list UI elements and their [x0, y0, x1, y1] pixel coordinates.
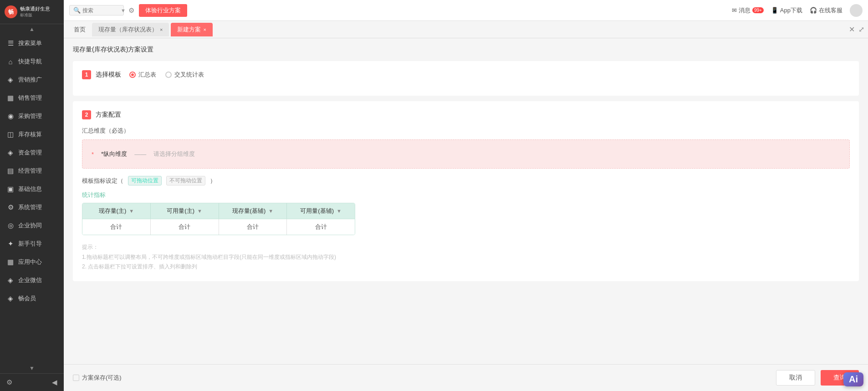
cell-0-0: 合计 — [82, 219, 151, 235]
stats-title: 统计指标 — [82, 191, 850, 199]
col-available-aux[interactable]: 可用量(基辅) ▼ — [287, 203, 355, 219]
trial-button[interactable]: 体验行业方案 — [139, 4, 187, 17]
indicator-setting: 模板指标设定（ 可拖动位置 不可拖动位置 ） — [82, 176, 850, 185]
save-option[interactable]: 方案保存(可选) — [73, 374, 122, 382]
col-available-aux-label: 可用量(基辅) — [300, 207, 334, 215]
sidebar-item-member[interactable]: ◈ 畅会员 — [0, 289, 64, 308]
inventory-icon: ◫ — [6, 130, 15, 139]
sidebar-item-sales[interactable]: ▦ 销售管理 — [0, 89, 64, 107]
section-config: 2 方案配置 汇总维度（必选） * *纵向维度 —— 请选择分组维度 模板指标设… — [73, 101, 859, 281]
dimension-box[interactable]: * *纵向维度 —— 请选择分组维度 — [82, 139, 850, 169]
save-checkbox[interactable] — [73, 375, 79, 381]
app-download-label: App下载 — [780, 6, 802, 15]
col-current-aux-label: 现存量(基辅) — [232, 207, 266, 215]
sidebar-item-label: 基础信息 — [18, 185, 42, 193]
col-current-main-label: 现存量(主) — [99, 207, 127, 215]
tabs-right-actions: ✕ ⤢ — [849, 25, 864, 34]
sidebar-item-wechat[interactable]: ◈ 企业微信 — [0, 271, 64, 289]
guide-icon: ✦ — [6, 240, 15, 248]
purchase-icon: ◉ — [6, 112, 15, 120]
col-available-aux-dropdown[interactable]: ▼ — [337, 208, 342, 214]
stats-table: 现存量(主) ▼ 可用量(主) ▼ 现存量(基辅) ▼ 可用量(基辅) ▼ — [82, 203, 355, 235]
col-current-aux[interactable]: 现存量(基辅) ▼ — [219, 203, 287, 219]
message-icon: ✉ — [732, 7, 737, 14]
section2-header: 2 方案配置 — [82, 110, 850, 119]
sidebar-item-marketing[interactable]: ◈ 营销推广 — [0, 71, 64, 89]
settings-icon[interactable]: ⚙ — [6, 378, 12, 386]
sidebar-item-new-guide[interactable]: ✦ 新手引导 — [0, 235, 64, 253]
tab-inventory-close[interactable]: × — [160, 27, 163, 32]
tab-close-all-button[interactable]: ✕ — [849, 25, 855, 34]
online-service-button[interactable]: 🎧 在线客服 — [810, 6, 842, 15]
dimension-separator: —— — [134, 151, 146, 158]
sidebar-scroll-down[interactable]: ▼ — [0, 363, 64, 373]
radio-summary-dot — [129, 72, 136, 78]
operations-icon: ▤ — [6, 167, 15, 175]
content-area: 现存量(库存状况表)方案设置 1 选择模板 汇总表 交叉统计表 — [64, 38, 868, 364]
finance-icon: ◈ — [6, 149, 15, 157]
col-available-main-label: 可用量(主) — [167, 207, 194, 215]
cooperation-icon: ◎ — [6, 221, 15, 230]
col-available-main-dropdown[interactable]: ▼ — [197, 208, 202, 214]
app-download-button[interactable]: 📱 App下载 — [771, 6, 802, 15]
search-box[interactable]: 🔍 ▼ — [69, 5, 124, 15]
sidebar-item-label: 经营管理 — [18, 167, 42, 175]
cell-0-2: 合计 — [219, 219, 287, 235]
template-options: 汇总表 交叉统计表 — [129, 71, 204, 79]
sidebar-item-cooperation[interactable]: ◎ 企业协同 — [0, 216, 64, 235]
sidebar-item-search-menu[interactable]: ☰ 搜索菜单 — [0, 34, 64, 52]
sidebar-item-finance[interactable]: ◈ 资金管理 — [0, 144, 64, 162]
col-current-aux-dropdown[interactable]: ▼ — [268, 208, 273, 214]
tab-home[interactable]: 首页 — [67, 23, 92, 36]
home-icon: ⌂ — [6, 58, 15, 66]
tab-new-plan-label: 新建方案 — [177, 26, 201, 34]
col-available-main[interactable]: 可用量(主) ▼ — [151, 203, 219, 219]
sidebar-item-basic-info[interactable]: ▣ 基础信息 — [0, 180, 64, 198]
tab-new-plan[interactable]: 新建方案 × — [171, 23, 212, 36]
sidebar-item-system[interactable]: ⚙ 系统管理 — [0, 198, 64, 216]
tab-expand-button[interactable]: ⤢ — [858, 25, 864, 34]
radio-crosstab-dot — [165, 72, 172, 78]
sidebar-scroll-up[interactable]: ▲ — [0, 24, 64, 34]
cancel-button[interactable]: 取消 — [776, 370, 815, 386]
indicator-suffix: ） — [210, 177, 216, 185]
service-icon: 🎧 — [810, 7, 817, 14]
radio-crosstab-label: 交叉统计表 — [174, 71, 204, 79]
col-current-main[interactable]: 现存量(主) ▼ — [82, 203, 151, 219]
collapse-icon[interactable]: ◀ — [52, 378, 57, 386]
stats-table-header: 现存量(主) ▼ 可用量(主) ▼ 现存量(基辅) ▼ 可用量(基辅) ▼ — [82, 203, 355, 219]
sidebar-item-inventory[interactable]: ◫ 库存核算 — [0, 125, 64, 144]
sidebar-item-operations[interactable]: ▤ 经营管理 — [0, 162, 64, 180]
tab-new-plan-close[interactable]: × — [203, 27, 206, 32]
sidebar-item-app-center[interactable]: ▦ 应用中心 — [0, 253, 64, 271]
stats-table-body: 合计 合计 合计 合计 — [82, 219, 355, 235]
section-template: 1 选择模板 汇总表 交叉统计表 — [73, 61, 859, 96]
search-dropdown-icon[interactable]: ▼ — [121, 8, 126, 13]
search-input[interactable] — [82, 7, 119, 14]
sidebar-item-quick-nav[interactable]: ⌂ 快捷导航 — [0, 52, 64, 71]
hints-section: 提示： 1.拖动标题栏可以调整布局，不可跨维度或指标区域拖动栏目字段(只能在同一… — [82, 242, 850, 272]
radio-summary[interactable]: 汇总表 — [129, 71, 156, 79]
sidebar: 畅 畅康通好生意 标准版 ▲ ☰ 搜索菜单 ⌂ 快捷导航 ◈ 营销推广 ▦ 销售… — [0, 0, 64, 391]
user-avatar[interactable] — [850, 4, 863, 17]
step2-label: 方案配置 — [96, 111, 121, 119]
message-button[interactable]: ✉ 消息 99+ — [732, 6, 764, 15]
sidebar-item-label: 应用中心 — [18, 258, 42, 266]
sidebar-item-label: 采购管理 — [18, 112, 42, 120]
page-title: 现存量(库存状况表)方案设置 — [73, 46, 859, 54]
gear-icon[interactable]: ⚙ — [128, 6, 134, 15]
app-name: 畅康通好生意 — [20, 5, 50, 12]
hints-title: 提示： — [82, 244, 98, 250]
member-icon: ◈ — [6, 294, 15, 303]
logo-icon: 畅 — [5, 5, 17, 18]
draggable-tag: 可拖动位置 — [128, 176, 162, 185]
tab-inventory[interactable]: 现存量（库存状况表） × — [92, 23, 169, 36]
col-current-main-dropdown[interactable]: ▼ — [129, 208, 134, 214]
radio-crosstab[interactable]: 交叉统计表 — [165, 71, 204, 79]
sidebar-item-purchase[interactable]: ◉ 采购管理 — [0, 107, 64, 125]
sidebar-item-label: 系统管理 — [18, 203, 42, 211]
app-logo: 畅 畅康通好生意 标准版 — [0, 0, 64, 24]
bottom-bar: 方案保存(可选) 取消 查询 — [64, 364, 868, 391]
ai-badge[interactable]: Ai — [843, 372, 863, 386]
sidebar-item-label: 销售管理 — [18, 94, 42, 102]
